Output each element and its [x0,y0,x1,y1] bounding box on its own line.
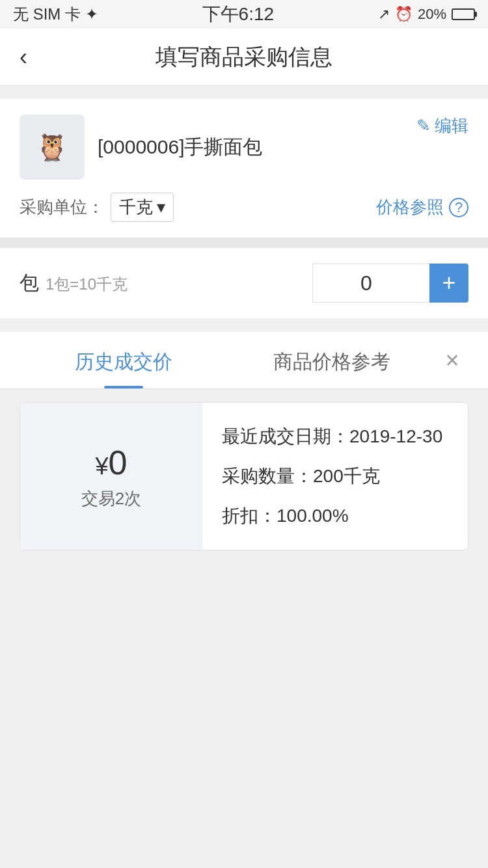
price-right-panel: 最近成交日期：2019-12-30 采购数量：200千克 折扣：100.00% [202,403,468,550]
tab-product-price-ref[interactable]: 商品价格参考 [228,332,436,388]
battery-icon [452,8,475,20]
battery-percent: 20% [418,6,446,23]
discount-value: 100.00% [277,506,349,526]
quantity-input-area: + [312,264,468,303]
price-card: ¥0 交易2次 最近成交日期：2019-12-30 采购数量：200千克 折扣：… [20,402,468,550]
price-currency: ¥ [96,453,109,480]
transaction-count: 交易2次 [81,487,141,510]
date-label: 最近成交日期： [222,426,349,446]
price-quantity-row: 采购数量：200千克 [222,462,448,491]
sim-label: 无 SIM 卡 ✦ [13,4,98,25]
product-name: [0000006]手撕面包 [98,134,262,161]
quantity-row: 包 1包=10千克 + [0,248,488,319]
owl-icon: 🦉 [36,132,68,163]
product-card: 🦉 [0000006]手撕面包 ✎ 编辑 采购单位： 千克 ▾ 价格参照 ? [0,99,488,237]
status-time: 下午6:12 [202,2,275,27]
quantity-input[interactable] [312,264,429,303]
price-amount: ¥0 [96,443,128,482]
product-image: 🦉 [20,115,85,180]
close-button[interactable]: × [436,344,468,377]
help-icon: ? [449,198,468,217]
unit-select[interactable]: 千克 ▾ [111,193,174,222]
bottom-area [0,563,488,868]
price-section: ¥0 交易2次 最近成交日期：2019-12-30 采购数量：200千克 折扣：… [0,389,488,563]
price-ref-button[interactable]: 价格参照 ? [376,196,468,219]
product-left: 🦉 [0000006]手撕面包 [20,115,262,180]
unit-value: 千克 [119,196,153,219]
nav-bar: ‹ 填写商品采购信息 [0,29,488,86]
tabs-bar: 历史成交价 商品价格参考 × [0,332,488,389]
edit-icon: ✎ [416,116,431,136]
status-bar: 无 SIM 卡 ✦ 下午6:12 ↗ ⏰ 20% [0,0,488,29]
status-right: ↗ ⏰ 20% [378,6,475,23]
quantity-desc: 1包=10千克 [46,274,128,295]
quantity-unit: 包 [20,270,39,297]
tab-history-price[interactable]: 历史成交价 [20,332,228,388]
quantity-label: 包 1包=10千克 [20,270,128,297]
unit-label: 采购单位： [20,196,104,219]
status-left: 无 SIM 卡 ✦ [13,4,98,25]
page-title: 填写商品采购信息 [156,42,332,72]
quantity-value: 200千克 [313,466,380,486]
price-discount-row: 折扣：100.00% [222,502,448,531]
price-left-panel: ¥0 交易2次 [20,403,202,550]
edit-label: 编辑 [435,115,468,137]
quantity-label-text: 采购数量： [222,466,313,486]
quantity-plus-button[interactable]: + [429,264,468,303]
section-divider [0,237,488,248]
price-date-row: 最近成交日期：2019-12-30 [222,422,448,452]
price-value: 0 [109,444,128,481]
chevron-down-icon: ▾ [157,197,165,217]
price-ref-label: 价格参照 [376,196,444,219]
discount-label: 折扣： [222,506,277,526]
location-icon: ↗ [378,6,390,23]
back-button[interactable]: ‹ [20,44,27,71]
edit-button[interactable]: ✎ 编辑 [416,115,468,137]
date-value: 2019-12-30 [349,426,442,446]
alarm-icon: ⏰ [395,6,413,23]
